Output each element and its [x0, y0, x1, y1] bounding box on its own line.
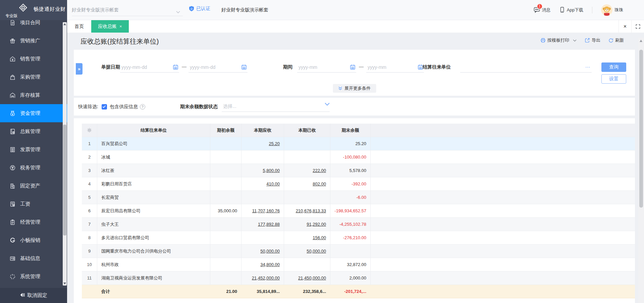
- scroll-up-arrow-icon[interactable]: [640, 40, 642, 42]
- sidebar-item-payroll[interactable]: 工资: [0, 195, 67, 213]
- receivable-link[interactable]: 50,000.00: [260, 249, 280, 254]
- received-link[interactable]: 210,676,813.33: [296, 208, 326, 213]
- receivable-link[interactable]: 5,800.00: [263, 168, 280, 173]
- receivable-link[interactable]: 21,452,000.00: [252, 275, 280, 280]
- closing-balance-cell: 32,872.00: [330, 258, 371, 271]
- table-row[interactable]: 1 百兴贸易公司 25.20 25.20: [82, 137, 635, 150]
- scroll-down-arrow-icon[interactable]: [63, 283, 66, 285]
- doc-date-to-input[interactable]: yyyy-mm-dd: [189, 62, 248, 73]
- table-row[interactable]: 5 长宏商贸 -6.00: [82, 191, 635, 204]
- receivable-link[interactable]: 410.00: [266, 181, 280, 186]
- receivable-link[interactable]: 25.20: [269, 141, 280, 146]
- table-row[interactable]: 9 国网重庆市电力公司合川供电分公司 50,000.00 50,000.00: [82, 245, 635, 258]
- table-row[interactable]: 11 湖南卫视商业运营发展有限公司 21,452,000.00 21,450,0…: [82, 271, 635, 285]
- balance-status-select[interactable]: 选择...: [222, 102, 330, 112]
- refresh-button[interactable]: 刷新: [608, 37, 624, 43]
- row-number: 2: [82, 150, 97, 164]
- main-scrollbar[interactable]: [638, 38, 644, 303]
- sidebar-item-fixed-assets[interactable]: 固定资产: [0, 177, 67, 195]
- sidebar-item-basic-info[interactable]: 基础信息: [0, 249, 67, 267]
- header-filler: [371, 124, 635, 137]
- header-closing-balance[interactable]: 期末余额: [330, 124, 371, 137]
- received-link[interactable]: 91,292.00: [307, 222, 326, 227]
- received-link[interactable]: 222.00: [313, 168, 326, 173]
- fullscreen-button[interactable]: [631, 20, 644, 33]
- sidebar-item-operations[interactable]: 经营管理: [0, 213, 67, 231]
- received-link[interactable]: 50,000.00: [307, 249, 326, 254]
- unpin-sidebar-button[interactable]: 取消固定: [0, 288, 67, 303]
- table-row[interactable]: 6 辰宏日用品有限公司 35,000.00 11,707,160.76 210,…: [82, 204, 635, 218]
- partner-input[interactable]: ...: [460, 62, 592, 73]
- scroll-up-arrow-icon[interactable]: [63, 23, 66, 25]
- shield-icon: 企: [189, 6, 195, 12]
- scrollbar-thumb[interactable]: [63, 125, 66, 235]
- received-link[interactable]: 156.00: [313, 235, 326, 240]
- include-supply-checkbox[interactable]: [102, 104, 107, 110]
- calendar-icon[interactable]: [350, 64, 356, 71]
- sidebar-item-invoice[interactable]: 发票管理: [0, 140, 67, 159]
- sidebar-item-project-contract[interactable]: 项目合同: [0, 20, 67, 32]
- closing-balance-cell: -6.00: [330, 191, 371, 204]
- print-by-template-button[interactable]: 按模板打印: [540, 37, 577, 43]
- sidebar-item-marketing[interactable]: 营销推广: [0, 32, 67, 50]
- received-link[interactable]: 21,450,000.00: [298, 275, 326, 280]
- page-toolbar: 按模板打印 导出 刷新: [540, 37, 624, 43]
- expand-more-conditions-button[interactable]: 展开更多条件: [333, 84, 376, 93]
- received-link[interactable]: 802.00: [313, 181, 326, 186]
- period-from-input[interactable]: yyyy-mm: [297, 62, 356, 73]
- sidebar-item-sales[interactable]: 销售管理: [0, 50, 67, 68]
- partner-label: 结算往来单位: [423, 64, 451, 70]
- close-panel-button[interactable]: ×: [619, 20, 631, 33]
- receivable-link[interactable]: 177,892.88: [258, 222, 280, 227]
- tab-close-icon[interactable]: ×: [119, 24, 122, 29]
- settings-button[interactable]: 设置: [601, 74, 626, 84]
- more-options-icon[interactable]: ...: [585, 63, 590, 69]
- sidebar-item-procurement[interactable]: 采购管理: [0, 68, 67, 86]
- header-opening-balance[interactable]: 期初余额: [210, 124, 241, 137]
- tab-receivable-ledger[interactable]: 应收总账 ×: [91, 20, 129, 33]
- sidebar-item-funds[interactable]: 资金管理: [0, 104, 67, 122]
- row-filler: [371, 137, 635, 150]
- row-number: 9: [82, 245, 97, 258]
- sidebar-item-tax[interactable]: 税务管理: [0, 159, 67, 177]
- help-icon[interactable]: ?: [140, 104, 145, 110]
- messages-button[interactable]: 消息 1: [534, 7, 551, 14]
- user-menu[interactable]: 珠珠: [601, 4, 623, 16]
- scrollbar-thumb[interactable]: [639, 50, 643, 208]
- header-receivable[interactable]: 本期应收: [241, 124, 284, 137]
- column-settings-button[interactable]: [82, 124, 97, 137]
- select-placeholder: 选择...: [222, 103, 236, 112]
- app-root: 畅捷通好业财 专业版 好业财专业版演示帐套 企 已认证 好业财专业版演示帐套 消…: [0, 0, 644, 303]
- table-row[interactable]: 4 彩鹏日用百货店 410.00 802.00 -392.00: [82, 177, 635, 191]
- sidebar-item-general-ledger[interactable]: 总账管理: [0, 122, 67, 140]
- sidebar-item-system[interactable]: 系统管理: [0, 267, 67, 286]
- receivable-link[interactable]: 34,800.00: [260, 262, 280, 267]
- table-row[interactable]: 10 杭州市政 34,800.00 32,872.00: [82, 258, 635, 271]
- period-to-input[interactable]: yyyy-mm: [366, 62, 424, 73]
- unpin-icon: [20, 293, 25, 298]
- closing-balance-cell: [330, 245, 371, 258]
- table-row[interactable]: 3 冰红茶 5,800.00 222.00 5,578.00: [82, 164, 635, 177]
- sidebar-scrollbar[interactable]: [63, 22, 67, 286]
- calendar-icon[interactable]: [241, 64, 247, 71]
- total-receivable: 35,814,89...: [241, 285, 284, 298]
- account-book-select[interactable]: 好业财专业版演示帐套: [72, 4, 183, 16]
- sidebar-item-inventory-accounting[interactable]: 库存核算: [0, 86, 67, 104]
- table-row[interactable]: 8 多元进出口贸易有限公司 156.00 -276,210.00: [82, 231, 635, 245]
- sidebar-item-xiaochang-expense[interactable]: 小畅报销: [0, 231, 67, 249]
- receivable-link[interactable]: 11,707,160.76: [252, 208, 280, 213]
- export-button[interactable]: 导出: [585, 37, 600, 43]
- sidebar-item-label: 营销推广: [20, 38, 40, 44]
- calendar-icon[interactable]: [173, 64, 178, 71]
- header-received[interactable]: 本期已收: [284, 124, 330, 137]
- table-row[interactable]: 2 冰城 -100,080.00: [82, 150, 635, 164]
- query-button[interactable]: 查询: [601, 62, 626, 72]
- doc-date-from-input[interactable]: yyyy-mm-dd: [120, 62, 179, 73]
- tab-label: 应收总账: [98, 24, 117, 30]
- app-download-button[interactable]: App下载: [559, 7, 583, 14]
- row-filler: [371, 271, 635, 285]
- tab-home[interactable]: 首页: [67, 20, 91, 33]
- expand-more-label: 展开更多条件: [344, 85, 371, 91]
- table-row[interactable]: 7 虫子大王 177,892.88 91,292.00 -4,255,102.7…: [82, 218, 635, 231]
- header-partner[interactable]: 结算往来单位: [97, 124, 210, 137]
